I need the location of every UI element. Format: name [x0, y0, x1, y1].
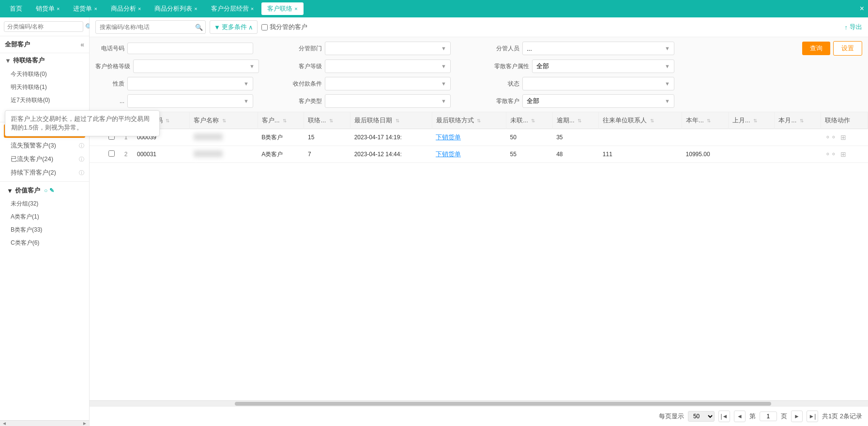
sort-year-icon: ⇅: [707, 118, 711, 123]
col-this-month[interactable]: 本月... ⇅: [775, 112, 821, 129]
add-value-group-icon[interactable]: ✎: [49, 187, 54, 194]
col-action: 联络动作: [821, 112, 868, 129]
scatter-attr-arrow: ▼: [665, 63, 670, 69]
sort-name-icon: ⇅: [222, 118, 226, 123]
sidebar-item-class-b[interactable]: B类客户(33): [0, 223, 89, 236]
customer-type-arrow: ▼: [441, 98, 446, 104]
filter-field-scatter-attr: 零散客户属性 全部 ▼: [490, 59, 674, 73]
sidebar-item-unclassified[interactable]: 未分组(32): [0, 197, 89, 210]
sidebar-item-today[interactable]: 今天待联络(0): [0, 68, 89, 81]
sidebar-item-churn-warning[interactable]: 流失预警客户(3) ⓘ: [0, 139, 89, 152]
scatter-attr-select[interactable]: 全部 ▼: [532, 59, 674, 73]
scroll-right-arrow[interactable]: ►: [82, 421, 87, 426]
nav-customer-segmentation[interactable]: 客户分层经营 ×: [205, 2, 259, 15]
sidebar-group-value[interactable]: ▼ 价值客户 ○ ✎: [0, 184, 89, 197]
col-uncontacted[interactable]: 未联... ⇅: [506, 112, 552, 129]
col-unit-contact[interactable]: 往来单位联系人 ⇅: [599, 112, 682, 129]
sidebar-item-class-a[interactable]: A类客户(1): [0, 210, 89, 223]
main-search-input[interactable]: [96, 22, 193, 32]
sidebar-item-declining[interactable]: 持续下滑客户(2) ⓘ: [0, 166, 89, 179]
prev-page-btn[interactable]: ◄: [734, 411, 746, 422]
customer-type-select[interactable]: ▼: [325, 94, 451, 108]
my-customer-checkbox-area[interactable]: 我分管的客户: [261, 23, 307, 31]
row1-link-icon[interactable]: ⚬⚬: [825, 133, 837, 141]
nature-select[interactable]: ▼: [127, 77, 253, 90]
nav-home[interactable]: 首页: [4, 2, 28, 15]
query-btn[interactable]: 查询: [802, 42, 830, 55]
more-filter-btn[interactable]: ▼ 更多条件 ∧: [210, 20, 258, 34]
nav-purchase[interactable]: 进货单 ×: [67, 2, 103, 15]
sidebar-item-churned[interactable]: 已流失客户(24) ⓘ: [0, 152, 89, 166]
filter-field-manager: 分管人员 ... ▼: [490, 42, 674, 55]
close-all-tabs[interactable]: ×: [860, 4, 864, 13]
scrollbar-thumb[interactable]: [235, 402, 771, 406]
row2-checkbox[interactable]: [104, 146, 119, 163]
edit-value-group-icon[interactable]: ○: [44, 187, 47, 194]
status-select[interactable]: ▼: [522, 77, 674, 90]
sidebar-bottom-scroll: ◄ ►: [0, 420, 89, 426]
nav-customer-contact[interactable]: 客户联络 ×: [261, 2, 303, 15]
horizontal-scrollbar[interactable]: [90, 400, 868, 406]
dots-select[interactable]: ▼: [127, 94, 253, 108]
export-btn[interactable]: ↑ 导出: [845, 23, 863, 31]
sidebar-search-input[interactable]: [4, 21, 83, 32]
status-arrow: ▼: [665, 81, 670, 87]
col-overdue[interactable]: 逾期... ⇅: [552, 112, 599, 129]
row2-last-date: 2023-04-12 14:44:: [350, 146, 432, 163]
nav-product-analysis-list[interactable]: 商品分析列表 ×: [149, 2, 203, 15]
row2-select[interactable]: [108, 150, 115, 157]
sidebar-item-tomorrow[interactable]: 明天待联络(1): [0, 81, 89, 94]
col-last-month[interactable]: 上月... ⇅: [728, 112, 775, 129]
dept-arrow: ▼: [441, 45, 446, 51]
sidebar-item-class-c[interactable]: C类客户(6): [0, 236, 89, 250]
scatter-customer-arrow: ▼: [665, 98, 670, 104]
price-grade-select[interactable]: ▼: [133, 59, 259, 73]
main-layout: 🔍 全部客户 « ▼ 待联络客户 今天待联络(0) 明天待联络(1) 近7天待联…: [0, 17, 868, 426]
next-page-btn[interactable]: ►: [791, 411, 803, 422]
last-page-btn[interactable]: ►|: [807, 411, 818, 422]
scatter-customer-select[interactable]: 全部 ▼: [522, 94, 674, 108]
manager-select[interactable]: ... ▼: [522, 42, 674, 55]
payment-label: 收付款条件: [293, 80, 322, 88]
current-page-input[interactable]: [760, 411, 777, 421]
my-customer-checkbox[interactable]: [261, 24, 268, 30]
nav-customer-contact-close[interactable]: ×: [294, 6, 297, 12]
row2-last-method[interactable]: 下销货单: [432, 146, 506, 163]
nav-product-analysis-list-close[interactable]: ×: [194, 6, 197, 12]
col-type[interactable]: 客户... ⇅: [258, 112, 304, 129]
col-name[interactable]: 客户名称 ⇅: [190, 112, 258, 129]
col-contact[interactable]: 联络... ⇅: [304, 112, 350, 129]
nav-product-analysis-close[interactable]: ×: [138, 6, 141, 12]
row2-link-icon[interactable]: ⚬⚬: [825, 150, 837, 158]
nav-sales[interactable]: 销货单 ×: [30, 2, 65, 15]
sort-type-icon: ⇅: [283, 118, 287, 123]
sidebar-item-7days[interactable]: 近7天待联络(0): [0, 94, 89, 107]
nav-sales-close[interactable]: ×: [57, 6, 60, 12]
per-page-select[interactable]: 50 20 100: [688, 411, 715, 422]
dept-select[interactable]: ▼: [325, 42, 451, 55]
row1-grid-icon[interactable]: ⊞: [840, 133, 846, 141]
row2-uncontacted: 55: [506, 146, 552, 163]
phone-input[interactable]: [127, 43, 253, 54]
sidebar-group-pending[interactable]: ▼ 待联络客户: [0, 53, 89, 68]
customer-grade-select[interactable]: ▼: [325, 59, 451, 73]
first-page-btn[interactable]: |◄: [718, 411, 730, 422]
sidebar-divider-2: [0, 181, 89, 182]
col-this-year[interactable]: 本年... ⇅: [682, 112, 729, 129]
main-search-btn[interactable]: 🔍: [193, 21, 205, 33]
sidebar-collapse-btn[interactable]: «: [80, 41, 84, 48]
nav-customer-seg-close[interactable]: ×: [251, 6, 254, 12]
setting-btn[interactable]: 设置: [833, 41, 862, 56]
scroll-left-arrow[interactable]: ◄: [2, 421, 7, 426]
payment-select[interactable]: ▼: [325, 77, 451, 90]
nav-product-analysis[interactable]: 商品分析 ×: [105, 2, 147, 15]
row1-this-year: [682, 129, 729, 146]
col-last-method[interactable]: 最后联络方式 ⇅: [432, 112, 506, 129]
scatter-customer-label: 零散客户: [490, 97, 519, 105]
row2-grid-icon[interactable]: ⊞: [840, 150, 846, 158]
group-pending-label: 待联络客户: [13, 56, 45, 65]
nav-purchase-close[interactable]: ×: [94, 6, 97, 12]
row1-last-method[interactable]: 下销货单: [432, 129, 506, 146]
row2-overdue: 48: [552, 146, 599, 163]
col-last-date[interactable]: 最后联络日期 ⇅: [350, 112, 432, 129]
